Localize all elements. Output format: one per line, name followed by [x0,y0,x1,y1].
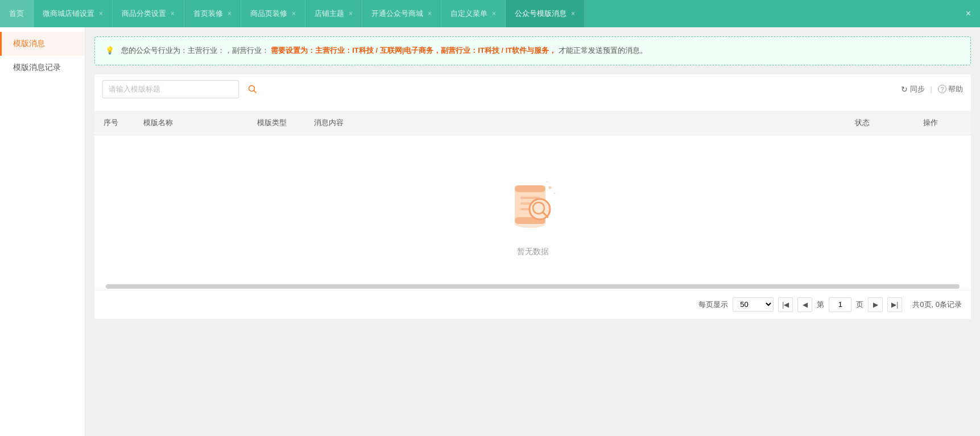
info-banner: 💡 您的公众号行业为：主营行业：，副营行业： 需要设置为：主营行业：IT科技 /… [94,36,971,65]
tab-custommenu[interactable]: 自定义菜单 × [441,0,506,27]
svg-point-14 [546,181,548,182]
tab-templatemsg-close[interactable]: × [571,10,575,18]
tab-templatemsg-label: 公众号模版消息 [515,9,567,19]
main-content: 💡 您的公众号行业为：主营行业：，副营行业： 需要设置为：主营行业：IT科技 /… [85,27,980,436]
last-page-icon: ▶| [891,301,898,309]
first-page-icon: |◀ [782,301,789,309]
help-icon: ? [938,85,946,93]
tab-home[interactable]: 首页 [0,0,34,27]
search-right: ↻ 同步 | ? 帮助 [901,84,963,94]
svg-line-1 [254,90,257,93]
page-size-select[interactable]: 10 20 50 100 [733,297,774,312]
empty-text: 暂无数据 [517,247,549,257]
tab-custommenu-label: 自定义菜单 [450,9,487,19]
col-content: 消息内容 [305,111,846,135]
search-left [102,80,262,98]
page-size-label: 每页显示 [698,300,728,310]
bulb-icon: 💡 [105,46,114,55]
sidebar: 模版消息 模版消息记录 [0,27,85,436]
tab-weshop[interactable]: 微商城店铺设置 × [34,0,113,27]
empty-illustration [499,169,567,238]
tab-weshop-label: 微商城店铺设置 [43,9,94,19]
prev-page-button[interactable]: ◀ [797,297,812,312]
tab-custommenu-close[interactable]: × [492,10,496,18]
tab-category-label: 商品分类设置 [122,9,166,19]
tab-theme[interactable]: 店铺主题 × [305,0,362,27]
first-page-button[interactable]: |◀ [778,297,793,312]
search-input[interactable] [102,80,239,98]
tab-productpage[interactable]: 商品页装修 × [241,0,305,27]
table-container: ↻ 同步 | ? 帮助 序号 [94,74,971,319]
tab-productpage-label: 商品页装修 [250,9,287,19]
main-layout: 模版消息 模版消息记录 💡 您的公众号行业为：主营行业：，副营行业： 需要设置为… [0,27,980,436]
tab-wechatshop-label: 开通公众号商城 [371,9,423,19]
prev-page-icon: ◀ [803,301,808,309]
table-head: 序号 模版名称 模版类型 消息内容 状态 [94,111,971,135]
col-action: 操作 [914,111,971,135]
tab-category[interactable]: 商品分类设置 × [113,0,184,27]
tab-category-close[interactable]: × [171,10,175,18]
tab-homepage-close[interactable]: × [228,10,231,18]
sidebar-item-template-msg[interactable]: 模版消息 [0,32,85,56]
col-status: 状态 [846,111,914,135]
sidebar-item-template-log[interactable]: 模版消息记录 [0,56,85,80]
tab-home-label: 首页 [9,9,24,19]
col-name: 模版名称 [134,111,248,135]
help-label: 帮助 [948,84,963,94]
sync-label: 同步 [910,84,925,94]
tab-weshop-close[interactable]: × [99,10,103,18]
last-page-button[interactable]: ▶| [887,297,902,312]
search-row: ↻ 同步 | ? 帮助 [94,74,971,104]
info-banner-prefix: 您的公众号行业为：主营行业：，副营行业： [121,46,269,55]
tab-wechatshop[interactable]: 开通公众号商城 × [362,0,441,27]
svg-rect-4 [515,185,545,192]
tab-wechatshop-close[interactable]: × [428,10,432,18]
table-body: 暂无数据 [94,135,971,280]
page-label-before: 第 [817,300,824,310]
table-header-row: 序号 模版名称 模版类型 消息内容 状态 [94,111,971,135]
pagination-row: 每页显示 10 20 50 100 |◀ ◀ 第 页 ▶ [94,290,971,319]
info-banner-suffix: 才能正常发送预置的消息。 [559,46,647,55]
page-label-after: 页 [856,300,863,310]
data-table: 序号 模版名称 模版类型 消息内容 状态 [94,111,971,280]
sidebar-item-template-log-label: 模版消息记录 [13,63,61,72]
svg-point-13 [553,192,555,194]
search-icon [248,85,257,94]
tab-homepage-label: 首页装修 [193,9,223,19]
top-nav: 首页 微商城店铺设置 × 商品分类设置 × 首页装修 × 商品页装修 × 店铺主… [0,0,980,27]
search-button[interactable] [243,80,262,98]
col-type: 模版类型 [248,111,305,135]
total-info: 共0页, 0条记录 [912,300,962,310]
col-index: 序号 [94,111,134,135]
page-number-input[interactable] [829,297,851,312]
empty-state: 暂无数据 [94,135,971,280]
svg-point-12 [548,186,551,189]
refresh-icon: ↻ [901,85,908,94]
next-page-icon: ▶ [873,301,878,309]
tab-theme-label: 店铺主题 [315,9,344,19]
sync-button[interactable]: ↻ 同步 [901,84,925,94]
tab-theme-close[interactable]: × [349,10,353,18]
tab-templatemsg[interactable]: 公众号模版消息 × [506,0,585,27]
sidebar-item-template-msg-label: 模版消息 [13,39,45,48]
help-button[interactable]: ? 帮助 [938,84,963,94]
next-page-button[interactable]: ▶ [868,297,883,312]
tab-homepage[interactable]: 首页装修 × [184,0,241,27]
divider: | [931,85,932,93]
tab-productpage-close[interactable]: × [292,10,296,18]
scrollbar-row[interactable] [94,280,971,290]
close-all-button[interactable]: × [957,9,980,19]
horizontal-scrollbar[interactable] [106,284,960,289]
empty-row: 暂无数据 [94,135,971,280]
info-banner-highlight: 需要设置为：主营行业：IT科技 / 互联网|电子商务，副营行业：IT科技 / I… [271,46,556,55]
